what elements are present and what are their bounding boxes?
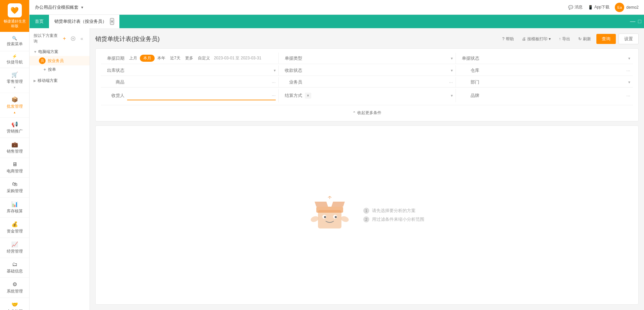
sidebar-item-finance[interactable]: 💰 资金管理: [0, 218, 29, 238]
sidebar-item-retail[interactable]: 🛒 零售管理 ▾: [0, 68, 29, 93]
date-custom-button[interactable]: 自定义: [196, 55, 212, 62]
tab-maximize-button[interactable]: □: [638, 18, 641, 24]
filter-cell-goods[interactable]: 商品 ···: [101, 77, 278, 88]
top-header: 办公用品行业模拟账套 ▾ 💬 消息 📱 App下载 Ea demo2: [30, 0, 644, 15]
edit-scheme-button[interactable]: [69, 35, 77, 42]
payment-status-label: 收款状态: [281, 67, 305, 73]
doc-status-label: 单据状态: [459, 55, 482, 61]
help-button[interactable]: ? 帮助: [499, 35, 517, 43]
doc-status-control[interactable]: ▾: [482, 56, 630, 61]
date-more-button[interactable]: 更多: [183, 55, 195, 62]
sidebar-item-basic-label: 基础信息: [7, 268, 23, 274]
dept-control[interactable]: ▾: [482, 80, 630, 85]
warehouse-dots: ···: [626, 68, 630, 73]
filter-cell-out-status[interactable]: 出库状态 ▾: [101, 65, 278, 76]
brand-control[interactable]: ···: [482, 93, 630, 98]
sidebar-item-ecommerce[interactable]: 🖥 电商管理: [0, 158, 29, 178]
filter-cell-brand[interactable]: 品牌 ···: [455, 89, 633, 102]
sidebar-item-enterprise[interactable]: 🤝 企业协同: [0, 298, 29, 310]
tree-section-mobile: ▶ 移动端方案: [30, 75, 90, 86]
sidebar-item-system[interactable]: ⚙ 系统管理: [0, 278, 29, 298]
svg-marker-5: [315, 202, 328, 207]
empty-illustration: [310, 195, 350, 235]
sidebar-item-basic[interactable]: 🗂 基础信息: [0, 258, 29, 278]
filter-cell-warehouse[interactable]: 仓库 ···: [455, 65, 633, 76]
system-icon: ⚙: [12, 281, 17, 288]
add-scheme-button[interactable]: +: [61, 35, 68, 42]
filter-cell-doc-status[interactable]: 单据状态 ▾: [455, 53, 633, 64]
right-content: 销货单统计表(按业务员) ? 帮助 🖨 按模板打印 ▾ ↑ 导出: [90, 28, 644, 310]
collapse-panel-button[interactable]: «: [78, 35, 86, 42]
payment-status-control[interactable]: ▾: [305, 68, 453, 73]
tab-close-button[interactable]: ×: [110, 18, 114, 25]
basic-icon: 🗂: [12, 261, 17, 267]
sidebar-item-operations[interactable]: 📈 经营管理: [0, 238, 29, 258]
nav-icon: ⚡: [12, 54, 17, 59]
sidebar-item-inventory[interactable]: 📊 库存核算: [0, 198, 29, 218]
out-status-control[interactable]: ▾: [127, 68, 276, 73]
operations-icon: 📈: [11, 241, 18, 248]
date-this-year-button[interactable]: 本年: [155, 55, 167, 62]
receiver-label: 收货人: [104, 93, 127, 99]
refresh-button[interactable]: ↻ 刷新: [576, 35, 594, 43]
enterprise-icon: 🤝: [11, 301, 18, 308]
sidebar-item-wholesale[interactable]: 📦 批发管理 ▴: [0, 93, 29, 118]
date-this-month-button[interactable]: 本月: [140, 55, 155, 62]
sidebar-item-purchase[interactable]: 🛍 采购管理: [0, 178, 29, 198]
page-title: 销货单统计表(按业务员): [95, 35, 160, 43]
tree-section-mobile-label[interactable]: ▶ 移动端方案: [30, 76, 90, 85]
inventory-icon: 📊: [11, 201, 18, 207]
doc-type-control[interactable]: ▾: [305, 56, 453, 61]
by-order-label: 按单: [48, 67, 56, 72]
setting-button[interactable]: 设置: [619, 34, 639, 44]
payment-method-control[interactable]: × ▾: [305, 93, 453, 99]
messages-button[interactable]: 💬 消息: [568, 4, 583, 10]
goods-control[interactable]: ···: [127, 80, 276, 85]
tab-actions: — □: [627, 18, 644, 24]
header-dropdown-button[interactable]: ▾: [81, 5, 83, 10]
date-last-month-button[interactable]: 上月: [127, 55, 139, 62]
receiver-control[interactable]: ···: [127, 91, 276, 100]
filter-row-4: 收货人 ··· 结算方式 × ▾: [101, 89, 633, 102]
print-chevron-icon: ▾: [549, 37, 551, 41]
tree-section-desktop-label[interactable]: ▼ 电脑端方案: [30, 48, 90, 56]
filter-cell-payment-method[interactable]: 结算方式 × ▾: [278, 89, 456, 102]
warehouse-control[interactable]: ···: [482, 68, 630, 73]
filter-cell-dept[interactable]: 部门 ▾: [455, 77, 633, 88]
search-menu-button[interactable]: 🔍 搜索菜单: [2, 35, 27, 48]
filter-cell-doc-type[interactable]: 单据类型 ▾: [278, 53, 456, 64]
quick-nav-label: 快捷导航: [7, 59, 23, 65]
sidebar-item-retail-label: 零售管理: [7, 79, 23, 85]
staff-control[interactable]: ···: [305, 80, 453, 85]
tab-home[interactable]: 首页: [30, 15, 49, 28]
export-button[interactable]: ↑ 导出: [556, 35, 573, 43]
query-button[interactable]: 查询: [596, 34, 616, 44]
search-label: 搜索菜单: [7, 41, 23, 47]
user-profile-button[interactable]: Ea demo2: [615, 3, 639, 12]
filter-card: 单据日期 上月 本月 本年 近7天 更多 自定义 2023-03-01 至 20…: [95, 48, 639, 121]
tree-sub-by-order[interactable]: ✦ 按单: [30, 65, 90, 74]
sidebar-item-marketing[interactable]: 📢 营销推广: [0, 118, 29, 138]
quick-nav-button[interactable]: ⚡ 快捷导航: [0, 51, 29, 68]
filter-cell-payment-status[interactable]: 收款状态 ▾: [278, 65, 456, 76]
tree-expand-icon: ▶: [34, 79, 36, 83]
filter-cell-staff[interactable]: 业务员 ···: [278, 77, 456, 88]
print-button[interactable]: 🖨 按模板打印 ▾: [519, 35, 553, 43]
header-title: 办公用品行业模拟账套: [35, 4, 78, 10]
tab-minimize-button[interactable]: —: [630, 18, 635, 24]
tab-sales-stats[interactable]: 销货单统计表（按业务员） ×: [49, 15, 119, 28]
receiver-dots: ···: [272, 93, 276, 98]
tree-section-desktop: ▼ 电脑端方案 员 按业务员 ✦ 按单: [30, 46, 90, 75]
sidebar-item-sales[interactable]: 💼 销售管理: [0, 138, 29, 158]
logo-text: 畅捷通好生意 标版: [3, 19, 26, 29]
user-initial: Ea: [618, 5, 622, 9]
tree-collapse-icon: ▼: [34, 50, 37, 54]
left-panel: 按以下方案查询 + « ▼ 电脑端方案: [30, 28, 90, 310]
filter-cell-receiver[interactable]: 收货人 ···: [101, 89, 278, 102]
tree-child-by-staff[interactable]: 员 按业务员: [30, 56, 90, 65]
user-avatar: Ea: [615, 3, 624, 12]
app-download-button[interactable]: 📱 App下载: [588, 4, 609, 10]
sidebar-item-ecommerce-label: 电商管理: [7, 168, 23, 174]
collapse-filters-button[interactable]: ⌃ 收起更多条件: [101, 107, 633, 117]
date-7days-button[interactable]: 近7天: [168, 55, 182, 62]
